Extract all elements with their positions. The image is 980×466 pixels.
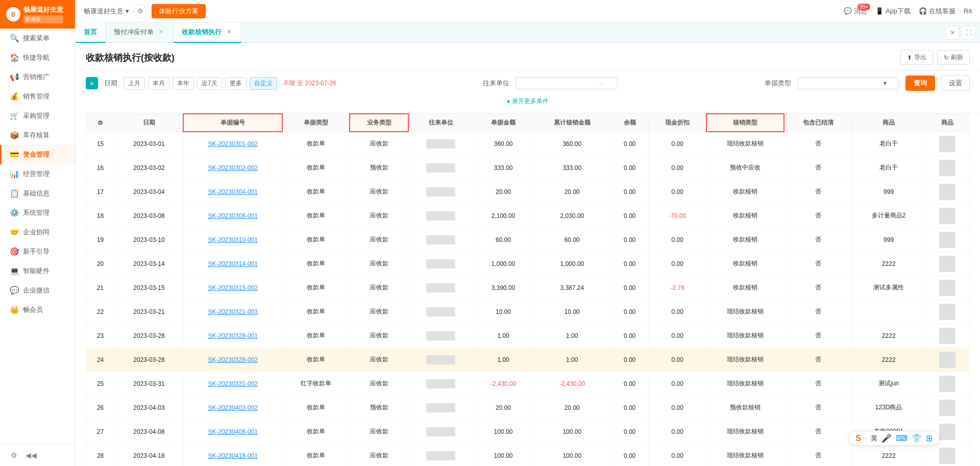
doc-no-link[interactable]: SK-20230308-001	[208, 212, 258, 219]
doc-no-link[interactable]: SK-20230418-001	[208, 452, 258, 459]
doc-no-link[interactable]: SK-20230315-002	[208, 284, 258, 291]
table-row[interactable]: 20 2023-03-14 SK-20230314-001 收款单 应收款 ██…	[86, 252, 970, 276]
doc-no-link[interactable]: SK-20230328-001	[208, 332, 258, 339]
table-row[interactable]: 19 2023-03-10 SK-20230310-001 收款单 应收款 ██…	[86, 228, 970, 252]
filter-row-1: » 日期 上月 本月 本年 近7天 更多 自定义 不限 至 2023-07-26	[86, 76, 970, 91]
sidebar-item-hardware[interactable]: 💻智能硬件	[0, 261, 75, 281]
date-this-month-btn[interactable]: 本月	[148, 77, 169, 90]
col-cancel-amount[interactable]: 累计核销金额	[533, 114, 611, 132]
sidebar-item-enterprise[interactable]: 🤝企业协同	[0, 223, 75, 242]
partner-select[interactable]: ···	[516, 77, 618, 89]
doc-no-link[interactable]: SK-20230310-001	[208, 236, 258, 243]
tab-advance[interactable]: 预付冲应付单 ✕	[106, 22, 174, 43]
col-date[interactable]: 日期	[115, 114, 184, 132]
date-7days-btn[interactable]: 近7天	[197, 77, 222, 90]
table-row[interactable]: 25 2023-03-31 SK-20230331-002 红字收款单 应收款 …	[86, 372, 970, 396]
col-cash-discount[interactable]: 现金折扣	[648, 114, 706, 132]
col-settings[interactable]: ⚙	[86, 114, 115, 132]
sidebar-item-inventory[interactable]: 📦库存核算	[0, 126, 75, 145]
sidebar-item-search[interactable]: 🔍搜索菜单	[0, 29, 75, 48]
sidebar-item-wechat[interactable]: 💬企业微信	[0, 281, 75, 300]
topbar-service-btn[interactable]: 🎧 在线客服	[919, 7, 955, 16]
col-biz-type[interactable]: 业务类型	[350, 114, 408, 132]
cell-cancel-amount: 1.00	[533, 324, 611, 348]
date-custom-btn[interactable]: 自定义	[250, 77, 277, 90]
col-goods2[interactable]: 商品	[925, 114, 970, 132]
table-row[interactable]: 24 2023-03-28 SK-20230328-002 收款单 应收款 ██…	[86, 348, 970, 372]
topbar-brand-btn[interactable]: 畅康道好生意 ▾	[84, 7, 129, 16]
settings-footer-btn[interactable]: ⚙	[8, 450, 19, 461]
doc-no-link[interactable]: SK-20230408-001	[208, 428, 258, 435]
ime-grid-icon[interactable]: ⊞	[926, 433, 933, 443]
solution-btn[interactable]: 体验行业方案	[152, 4, 206, 18]
filter-toggle-btn[interactable]: »	[86, 77, 98, 89]
date-more-btn[interactable]: 更多	[225, 77, 247, 90]
doc-type-select[interactable]: ▾	[797, 77, 899, 89]
doc-no-link[interactable]: SK-20230302-002	[208, 164, 258, 171]
table-wrapper: ⚙ 日期 单据编号 单据类型 业务类型 往来单位 单据金额 累计核销金额 余额 …	[76, 113, 980, 466]
cell-goods: 999	[852, 180, 925, 204]
doc-no-link[interactable]: SK-20230301-002	[208, 140, 258, 148]
col-amount[interactable]: 单据金额	[473, 114, 533, 132]
col-balance[interactable]: 余额	[611, 114, 649, 132]
sidebar-item-sales[interactable]: 💰销售管理	[0, 87, 75, 106]
sidebar-item-shortcuts[interactable]: 🏠快捷导航	[0, 48, 75, 67]
col-doc-type[interactable]: 单据类型	[282, 114, 350, 132]
table-row[interactable]: 17 2023-03-04 SK-20230304-001 收款单 应收款 ██…	[86, 180, 970, 204]
expand-conditions-btn[interactable]: ▾ 展开更多条件	[507, 97, 549, 106]
cell-include-settled: 否	[784, 228, 852, 252]
table-row[interactable]: 26 2023-04-03 SK-20230403-002 收款单 预收款 ██…	[86, 396, 970, 420]
table-row[interactable]: 15 2023-03-01 SK-20230301-002 收款单 应收款 ██…	[86, 132, 970, 156]
filter-settings-btn[interactable]: 设置	[941, 76, 970, 91]
table-row[interactable]: 27 2023-04-08 SK-20230408-001 收款单 应收款 ██…	[86, 420, 970, 444]
doc-no-link[interactable]: SK-20230328-002	[208, 356, 258, 363]
sidebar-item-purchase[interactable]: 🛒采购管理	[0, 106, 75, 126]
table-row[interactable]: 23 2023-03-28 SK-20230328-001 收款单 应收款 ██…	[86, 324, 970, 348]
doc-no-link[interactable]: SK-20230403-002	[208, 404, 258, 411]
tab-home[interactable]: 首页	[76, 22, 106, 43]
topbar-messages[interactable]: 💬 消息 99+	[844, 7, 867, 16]
close-tab-btn[interactable]: ✕	[945, 26, 960, 40]
table-row[interactable]: 18 2023-03-08 SK-20230308-001 收款单 应收款 ██…	[86, 204, 970, 228]
table-row[interactable]: 28 2023-04-18 SK-20230418-001 收款单 应收款 ██…	[86, 444, 970, 466]
doc-no-link[interactable]: SK-20230331-002	[208, 380, 258, 387]
ime-mic-icon[interactable]: 🎤	[881, 433, 892, 443]
sidebar-item-operations[interactable]: 📊经营管理	[0, 164, 75, 184]
table-row[interactable]: 22 2023-03-21 SK-20230321-003 收款单 应收款 ██…	[86, 300, 970, 324]
sidebar-item-finance[interactable]: 💳资金管理	[0, 145, 75, 164]
date-this-year-btn[interactable]: 本年	[173, 77, 194, 90]
cell-doc-no: SK-20230301-002	[183, 132, 282, 156]
sidebar-item-member[interactable]: 👑畅会员	[0, 300, 75, 320]
ime-shirt-icon[interactable]: 👕	[912, 433, 922, 443]
cell-partner: ██	[408, 228, 474, 252]
cell-cancel-type: 收款核销	[706, 276, 784, 300]
refresh-btn[interactable]: ↻ 刷新	[937, 50, 970, 65]
doc-no-link[interactable]: SK-20230321-003	[208, 308, 258, 315]
col-goods[interactable]: 商品	[852, 114, 925, 132]
tab-receipt-cancel-close[interactable]: ✕	[225, 28, 233, 36]
table-row[interactable]: 16 2023-03-02 SK-20230302-002 收款单 预收款 ██…	[86, 156, 970, 180]
topbar-app-btn[interactable]: 📱 App下载	[875, 7, 911, 16]
doc-no-link[interactable]: SK-20230314-001	[208, 260, 258, 267]
col-doc-no[interactable]: 单据编号	[183, 114, 282, 132]
tab-receipt-cancel[interactable]: 收款核销执行 ✕	[174, 22, 241, 43]
sidebar-item-basics[interactable]: 📋基础信息	[0, 184, 75, 203]
table-row[interactable]: 21 2023-03-15 SK-20230315-002 收款单 应收款 ██…	[86, 276, 970, 300]
sidebar-item-marketing[interactable]: 📢营销推广	[0, 67, 75, 87]
doc-no-link[interactable]: SK-20230304-001	[208, 188, 258, 195]
ime-keyboard-icon[interactable]: ⌨	[896, 433, 908, 443]
col-cancel-type[interactable]: 核销类型	[706, 114, 784, 132]
collapse-sidebar-btn[interactable]: ◀◀	[26, 450, 37, 461]
col-partner[interactable]: 往来单位	[408, 114, 474, 132]
sidebar-item-guide[interactable]: 🎯新手引导	[0, 242, 75, 261]
export-btn[interactable]: ⬆ 导出	[900, 50, 933, 65]
cell-partner: ██	[408, 276, 474, 300]
topbar-settings-btn[interactable]: ⚙	[133, 4, 148, 18]
col-include-settled[interactable]: 包含已结清	[784, 114, 852, 132]
date-prev-month-btn[interactable]: 上月	[124, 77, 145, 90]
query-btn[interactable]: 查询	[905, 76, 935, 91]
tab-advance-close[interactable]: ✕	[157, 28, 165, 36]
maximize-tab-btn[interactable]: ⛶	[962, 26, 976, 40]
partner-dots[interactable]: ···	[597, 80, 605, 87]
sidebar-item-system[interactable]: ⚙️系统管理	[0, 203, 75, 223]
